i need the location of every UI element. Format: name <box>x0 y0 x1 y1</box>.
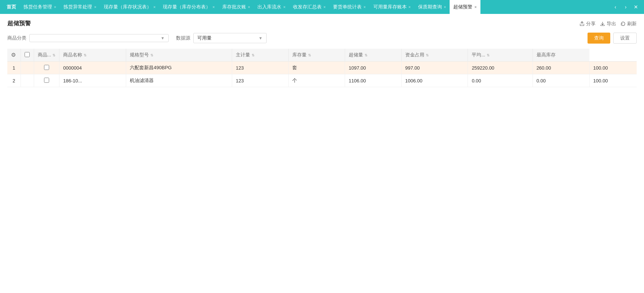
col-max-stock-label: 最高库存 <box>537 52 556 58</box>
col-stock-label: 库存量 <box>292 52 307 58</box>
datasource-select[interactable]: 可用量 ▼ <box>193 33 267 43</box>
filter-actions: 查询 设置 <box>588 33 637 44</box>
col-overstock-sort-icon: ⇅ <box>365 53 367 57</box>
col-settings[interactable]: ⚙ <box>7 49 21 62</box>
col-checkbox[interactable] <box>21 49 34 62</box>
col-product-code-sort-icon: ⇅ <box>52 53 55 57</box>
nav-item-overstock-warning[interactable]: 超储预警× <box>450 0 480 14</box>
share-button[interactable]: 分享 <box>579 21 596 27</box>
export-button[interactable]: 导出 <box>600 21 616 27</box>
row-max-stock: 100.00 <box>589 62 637 74</box>
row-capital: 259220.00 <box>468 62 533 74</box>
datasource-label: 数据源 <box>176 35 190 41</box>
row-spec: 123 <box>232 62 288 74</box>
query-button[interactable]: 查询 <box>588 33 610 44</box>
nav-close-icon[interactable]: × <box>474 5 476 9</box>
page-header: 超储预警 分享 导出 刷新 <box>7 20 637 27</box>
settings-button[interactable]: 设置 <box>613 33 637 44</box>
col-spec-label: 规格型号 <box>130 52 149 58</box>
nav-close-icon[interactable]: × <box>212 5 215 9</box>
row-checkbox[interactable] <box>44 78 49 83</box>
nav-item-label: 可用量库存账本 <box>373 4 407 10</box>
nav-item-label: 要货单统计表 <box>333 4 362 10</box>
nav-arrow-left[interactable]: ‹ <box>610 0 621 14</box>
col-product-code[interactable]: 商品... ⇅ <box>34 49 59 62</box>
row-overstock: 997.00 <box>401 62 468 74</box>
nav-close-icon[interactable]: × <box>54 5 56 9</box>
col-avg-sort-icon: ⇅ <box>487 53 490 57</box>
row-settings-cell <box>21 62 34 74</box>
nav-home[interactable]: 首页 <box>3 0 20 14</box>
row-stock: 1106.00 <box>345 74 401 87</box>
row-product-code: 0000004 <box>59 62 126 74</box>
export-label: 导出 <box>607 21 616 27</box>
col-product-name[interactable]: 商品名称 ⇅ <box>59 49 126 62</box>
nav-item-inventory-status[interactable]: 现存量（库存状况表）× <box>100 0 159 14</box>
row-avg: 260.00 <box>533 62 589 74</box>
nav-item-inout-flow[interactable]: 出入库流水× <box>254 0 289 14</box>
nav-item-order-stats[interactable]: 要货单统计表× <box>329 0 369 14</box>
refresh-label: 刷新 <box>627 21 637 27</box>
row-unit: 个 <box>288 74 345 87</box>
datasource-value: 可用量 <box>197 35 212 41</box>
share-label: 分享 <box>586 21 596 27</box>
row-product-code: 186-10... <box>59 74 126 87</box>
row-checkbox[interactable] <box>44 65 49 70</box>
col-stock-sort-icon: ⇅ <box>308 53 311 57</box>
category-select[interactable]: ▼ <box>29 34 169 42</box>
nav-bar: 首页 拣货任务管理×拣货异常处理×现存量（库存状况表）×现存量（库存分布表）×库… <box>0 0 644 14</box>
gear-icon[interactable]: ⚙ <box>11 52 16 58</box>
table-header-row: ⚙ 商品... ⇅ 商品名称 ⇅ <box>7 49 637 62</box>
nav-item-label: 超储预警 <box>453 4 472 10</box>
nav-item-label: 收发存汇总表 <box>293 4 322 10</box>
nav-close-icon[interactable]: × <box>444 5 446 9</box>
col-stock[interactable]: 库存量 ⇅ <box>288 49 345 62</box>
nav-close-icon[interactable]: × <box>94 5 96 9</box>
nav-close-icon[interactable]: × <box>283 5 285 9</box>
nav-item-label: 库存批次账 <box>222 4 246 10</box>
col-avg[interactable]: 平均... ⇅ <box>468 49 533 62</box>
row-checkbox-cell[interactable] <box>34 74 59 87</box>
row-spec: 123 <box>232 74 288 87</box>
row-number: 2 <box>7 74 21 87</box>
filter-row: 商品分类 ▼ 数据源 可用量 ▼ 查询 设置 <box>7 33 637 44</box>
nav-item-inventory-dist[interactable]: 现存量（库存分布表）× <box>159 0 218 14</box>
nav-arrows: ‹ › ✕ <box>610 0 641 14</box>
col-max-stock: 最高库存 <box>533 49 589 62</box>
nav-item-exception-proc[interactable]: 拣货异常处理× <box>60 0 100 14</box>
nav-item-label: 现存量（库存分布表） <box>163 4 211 10</box>
row-product-name: 机油滤清器 <box>126 74 232 87</box>
nav-item-batch-account[interactable]: 库存批次账× <box>219 0 254 14</box>
datasource-arrow-icon: ▼ <box>259 36 263 40</box>
col-capital-sort-icon: ⇅ <box>426 53 429 57</box>
nav-close-icon[interactable]: × <box>248 5 250 9</box>
row-product-name: 六配套新昌490BPG <box>126 62 232 74</box>
col-product-name-label: 商品名称 <box>63 52 82 58</box>
nav-close-icon[interactable]: × <box>363 5 366 9</box>
nav-close-icon[interactable]: × <box>153 5 155 9</box>
nav-close-icon[interactable]: × <box>323 5 326 9</box>
share-icon <box>579 21 585 26</box>
table-row: 2 186-10... 机油滤清器 123 个 1106.00 1006.00 … <box>7 74 637 87</box>
row-checkbox-cell[interactable] <box>34 62 59 74</box>
select-all-checkbox[interactable] <box>25 52 30 57</box>
nav-item-quality-check[interactable]: 保质期查询× <box>414 0 450 14</box>
nav-item-collect-summary[interactable]: 收发存汇总表× <box>289 0 329 14</box>
col-capital[interactable]: 资金占用 ⇅ <box>401 49 468 62</box>
col-unit-label: 主计量 <box>236 52 250 58</box>
nav-arrow-right[interactable]: › <box>621 0 631 14</box>
col-avg-label: 平均... <box>472 52 485 58</box>
datasource-filter-group: 数据源 可用量 ▼ <box>176 33 267 43</box>
col-unit[interactable]: 主计量 ⇅ <box>232 49 288 62</box>
refresh-button[interactable]: 刷新 <box>621 21 637 27</box>
col-spec[interactable]: 规格型号 ⇅ <box>126 49 232 62</box>
nav-arrow-close[interactable]: ✕ <box>631 0 641 14</box>
nav-item-label: 拣货任务管理 <box>23 4 52 10</box>
nav-close-icon[interactable]: × <box>409 5 411 9</box>
nav-item-task-mgmt[interactable]: 拣货任务管理× <box>20 0 60 14</box>
category-arrow-icon: ▼ <box>161 36 165 40</box>
data-table: ⚙ 商品... ⇅ 商品名称 ⇅ <box>7 49 637 87</box>
nav-item-available-account[interactable]: 可用量库存账本× <box>370 0 414 14</box>
table-row: 1 0000004 六配套新昌490BPG 123 套 1097.00 997.… <box>7 62 637 74</box>
col-overstock[interactable]: 超储量 ⇅ <box>345 49 401 62</box>
